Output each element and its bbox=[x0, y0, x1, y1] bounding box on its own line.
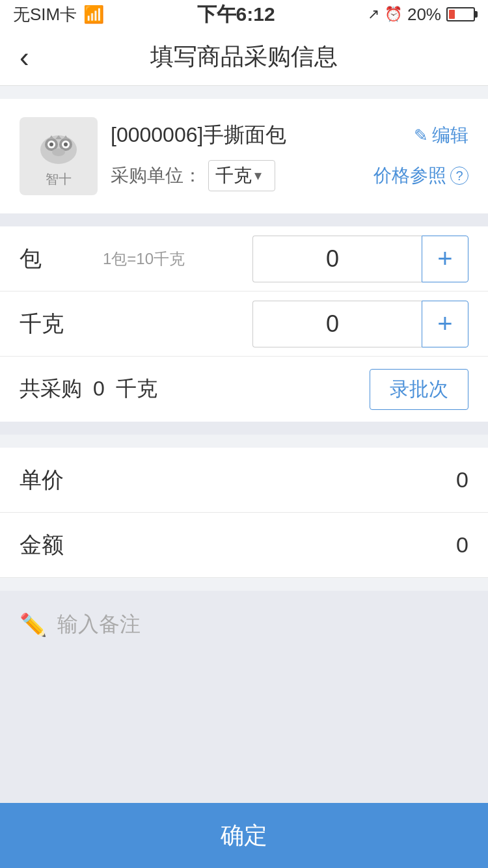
price-ref-label: 价格参照 bbox=[373, 163, 446, 188]
bao-input-right: + bbox=[252, 236, 468, 282]
owl-logo-icon bbox=[36, 125, 81, 170]
edit-label: 编辑 bbox=[432, 123, 468, 148]
summary-label: 共采购 bbox=[20, 377, 82, 400]
logo-text: 智十 bbox=[46, 170, 72, 188]
product-name: [0000006]手撕面包 bbox=[111, 121, 286, 150]
unit-select-dropdown[interactable]: 千克 ▾ bbox=[208, 160, 275, 191]
battery-icon bbox=[446, 7, 475, 21]
product-card: 智十 [0000006]手撕面包 ✎ 编辑 采购单位： 千克 ▾ 价格参照 ? bbox=[0, 99, 488, 213]
kg-label: 千克 bbox=[20, 309, 98, 339]
unit-price-value: 0 bbox=[456, 467, 468, 493]
amount-row: 金额 0 bbox=[0, 513, 488, 578]
input-section: 包 1包=10千克 + 千克 + 共采购 0 千克 录批次 bbox=[0, 226, 488, 422]
amount-value: 0 bbox=[456, 532, 468, 558]
product-image: 智十 bbox=[20, 117, 98, 195]
kg-row: 千克 + bbox=[0, 292, 488, 357]
kg-plus-button[interactable]: + bbox=[422, 301, 468, 347]
batch-button[interactable]: 录批次 bbox=[370, 369, 468, 410]
status-bar: 无SIM卡 📶 下午6:12 ↗ ⏰ 20% bbox=[0, 0, 488, 29]
product-info: [0000006]手撕面包 ✎ 编辑 采购单位： 千克 ▾ 价格参照 ? bbox=[111, 121, 468, 191]
kg-qty-input[interactable] bbox=[252, 301, 422, 347]
summary-unit: 千克 bbox=[116, 377, 157, 400]
summary-value: 0 bbox=[93, 377, 105, 400]
unit-value: 千克 bbox=[215, 163, 252, 188]
carrier-text: 无SIM卡 bbox=[13, 3, 77, 26]
info-icon: ? bbox=[450, 167, 468, 185]
summary-text: 共采购 0 千克 bbox=[20, 375, 157, 403]
pencil-icon: ✏️ bbox=[20, 612, 47, 638]
status-left: 无SIM卡 📶 bbox=[13, 3, 104, 26]
unit-price-row: 单价 0 bbox=[0, 448, 488, 513]
unit-label: 采购单位： bbox=[111, 163, 202, 188]
battery-fill bbox=[449, 10, 455, 19]
wifi-icon: 📶 bbox=[83, 5, 104, 25]
status-right: ↗ ⏰ 20% bbox=[368, 5, 475, 25]
bao-label: 包 bbox=[20, 244, 98, 274]
dropdown-arrow-icon: ▾ bbox=[254, 167, 262, 184]
back-button[interactable]: ‹ bbox=[20, 43, 29, 72]
alarm-icon: ⏰ bbox=[385, 6, 402, 23]
product-header: [0000006]手撕面包 ✎ 编辑 bbox=[111, 121, 468, 150]
bao-row: 包 1包=10千克 + bbox=[0, 226, 488, 292]
svg-point-5 bbox=[49, 142, 53, 146]
remark-placeholder: 输入备注 bbox=[57, 610, 141, 639]
battery-text: 20% bbox=[407, 5, 441, 25]
kg-input-right: + bbox=[252, 301, 468, 347]
gps-icon: ↗ bbox=[368, 6, 379, 23]
remark-section[interactable]: ✏️ 输入备注 bbox=[0, 591, 488, 658]
bao-plus-button[interactable]: + bbox=[422, 236, 468, 282]
bao-sublabel: 1包=10千克 bbox=[103, 249, 185, 269]
section-divider-1 bbox=[0, 213, 488, 226]
svg-point-7 bbox=[52, 148, 65, 156]
section-divider-2 bbox=[0, 422, 488, 435]
confirm-button[interactable]: 确定 bbox=[0, 803, 488, 868]
page-title: 填写商品采购信息 bbox=[150, 41, 338, 73]
edit-button[interactable]: ✎ 编辑 bbox=[414, 123, 468, 148]
bao-qty-input[interactable] bbox=[252, 236, 422, 282]
nav-bar: ‹ 填写商品采购信息 bbox=[0, 29, 488, 86]
status-time: 下午6:12 bbox=[197, 1, 275, 28]
svg-point-6 bbox=[64, 142, 68, 146]
price-ref-button[interactable]: 价格参照 ? bbox=[373, 163, 468, 188]
unit-row: 采购单位： 千克 ▾ bbox=[111, 160, 275, 191]
info-section: 单价 0 金额 0 bbox=[0, 448, 488, 578]
amount-label: 金额 bbox=[20, 530, 64, 560]
product-meta: 采购单位： 千克 ▾ 价格参照 ? bbox=[111, 160, 468, 191]
summary-row: 共采购 0 千克 录批次 bbox=[0, 357, 488, 422]
edit-icon: ✎ bbox=[414, 126, 428, 146]
unit-price-label: 单价 bbox=[20, 465, 64, 495]
